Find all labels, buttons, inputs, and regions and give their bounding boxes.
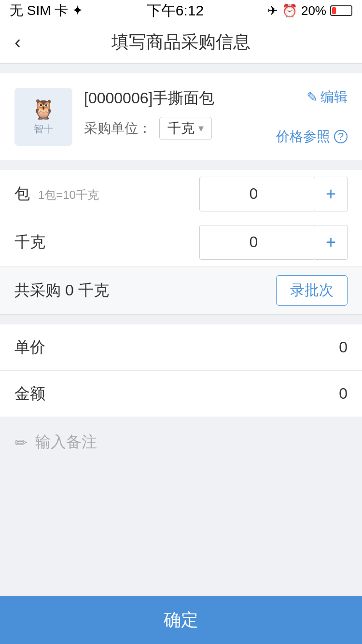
sim-status: 无 SIM 卡 ✦ bbox=[10, 1, 83, 20]
brand-owl-icon: 🦉 bbox=[31, 98, 56, 121]
kg-input[interactable] bbox=[199, 225, 315, 260]
batch-button[interactable]: 录批次 bbox=[276, 275, 348, 306]
kg-label: 千克 bbox=[14, 232, 199, 253]
status-bar-time: 下午6:12 bbox=[147, 1, 204, 21]
status-bar-left: 无 SIM 卡 ✦ bbox=[10, 1, 83, 20]
unit-price-value: 0 bbox=[339, 338, 348, 356]
form-divider-top bbox=[0, 160, 362, 170]
price-ref-button[interactable]: 价格参照 ? bbox=[276, 127, 348, 146]
bao-row: 包 1包=10千克 + bbox=[0, 170, 362, 218]
top-divider bbox=[0, 64, 362, 73]
confirm-button[interactable]: 确定 bbox=[0, 596, 362, 644]
price-ref-label: 价格参照 bbox=[276, 127, 330, 146]
back-button[interactable]: ‹ bbox=[14, 27, 26, 58]
location-icon: ✈ bbox=[267, 3, 278, 18]
brand-label: 智十 bbox=[31, 123, 56, 136]
bao-input-wrap: + bbox=[199, 177, 348, 211]
product-thumbnail: 🦉 智十 bbox=[14, 88, 72, 146]
edit-label: 编辑 bbox=[320, 88, 348, 106]
summary-text: 共采购 0 千克 bbox=[14, 280, 276, 301]
alarm-icon: ⏰ bbox=[282, 3, 297, 18]
summary-row: 共采购 0 千克 录批次 bbox=[0, 266, 362, 315]
unit-label: 采购单位： bbox=[84, 119, 152, 138]
price-section: 单价 0 金额 0 bbox=[0, 324, 362, 417]
pencil-icon: ✏ bbox=[14, 434, 28, 452]
unit-price-row: 单价 0 bbox=[0, 324, 362, 371]
quantity-form: 包 1包=10千克 + 千克 + bbox=[0, 170, 362, 266]
edit-icon: ✎ bbox=[306, 89, 318, 105]
bao-plus-button[interactable]: + bbox=[315, 177, 348, 211]
unit-price-label: 单价 bbox=[14, 337, 339, 358]
bao-input[interactable] bbox=[199, 177, 315, 211]
notes-placeholder: 输入备注 bbox=[35, 432, 97, 453]
unit-value: 千克 bbox=[167, 119, 195, 138]
amount-row: 金额 0 bbox=[0, 371, 362, 417]
bao-sublabel: 1包=10千克 bbox=[38, 188, 99, 201]
kg-input-wrap: + bbox=[199, 225, 348, 260]
notes-section: ✏ 输入备注 bbox=[0, 417, 362, 514]
amount-label: 金额 bbox=[14, 383, 339, 405]
price-ref-info-icon: ? bbox=[334, 130, 348, 143]
battery-icon bbox=[330, 5, 352, 16]
product-card: 🦉 智十 [0000006]手撕面包 采购单位： 千克 ▾ ✎ 编辑 价格参照 … bbox=[0, 73, 362, 160]
battery-percent: 20% bbox=[301, 3, 326, 18]
status-bar-right: ✈ ⏰ 20% bbox=[267, 3, 352, 18]
nav-bar: ‹ 填写商品采购信息 bbox=[0, 21, 362, 64]
confirm-label: 确定 bbox=[164, 608, 198, 632]
unit-selector[interactable]: 千克 ▾ bbox=[159, 117, 212, 140]
bao-label: 包 1包=10千克 bbox=[14, 183, 199, 205]
amount-value: 0 bbox=[339, 385, 348, 403]
kg-row: 千克 + bbox=[0, 218, 362, 266]
price-divider-top bbox=[0, 315, 362, 324]
kg-plus-button[interactable]: + bbox=[315, 225, 348, 260]
status-bar: 无 SIM 卡 ✦ 下午6:12 ✈ ⏰ 20% bbox=[0, 0, 362, 21]
page-title: 填写商品采购信息 bbox=[111, 30, 251, 54]
edit-button[interactable]: ✎ 编辑 bbox=[306, 88, 348, 106]
chevron-down-icon: ▾ bbox=[198, 122, 204, 135]
